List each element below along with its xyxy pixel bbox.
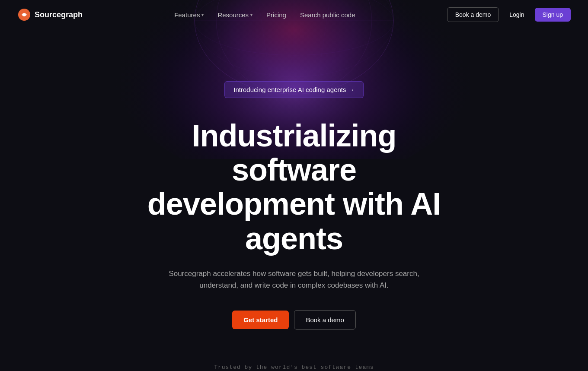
nav-links: Features ▾ Resources ▾ Pricing Search pu… <box>169 8 360 22</box>
chevron-down-icon: ▾ <box>250 13 252 17</box>
nav-search-public-code[interactable]: Search public code <box>295 8 361 22</box>
announcement-badge[interactable]: Introducing enterprise AI coding agents … <box>224 81 363 98</box>
signup-button[interactable]: Sign up <box>535 8 571 22</box>
svg-point-1 <box>23 13 26 16</box>
hero-content: Introducing enterprise AI coding agents … <box>125 29 463 330</box>
hero-section: Introducing enterprise AI coding agents … <box>0 29 588 371</box>
nav-pricing[interactable]: Pricing <box>261 8 291 22</box>
navigation: Sourcegraph Features ▾ Resources ▾ Prici… <box>0 0 588 29</box>
get-started-button[interactable]: Get started <box>232 311 289 329</box>
chevron-down-icon: ▾ <box>201 13 204 17</box>
book-demo-hero-button[interactable]: Book a demo <box>294 310 355 330</box>
nav-features[interactable]: Features ▾ <box>169 8 209 22</box>
hero-buttons: Get started Book a demo <box>232 310 356 330</box>
nav-actions: Book a demo Login Sign up <box>447 7 571 22</box>
book-demo-nav-button[interactable]: Book a demo <box>447 7 499 22</box>
logo[interactable]: Sourcegraph <box>17 8 83 22</box>
logo-text: Sourcegraph <box>35 10 83 19</box>
sourcegraph-logo-icon <box>17 8 31 22</box>
trusted-label: Trusted by the world's best software tea… <box>101 364 488 371</box>
login-button[interactable]: Login <box>503 8 530 22</box>
trusted-section: Trusted by the world's best software tea… <box>101 364 488 371</box>
hero-subtitle: Sourcegraph accelerates how software get… <box>169 268 419 291</box>
announcement-text: Introducing enterprise AI coding agents … <box>233 86 354 93</box>
nav-resources[interactable]: Resources ▾ <box>212 8 258 22</box>
hero-title: Industrializing software development wit… <box>125 119 463 256</box>
